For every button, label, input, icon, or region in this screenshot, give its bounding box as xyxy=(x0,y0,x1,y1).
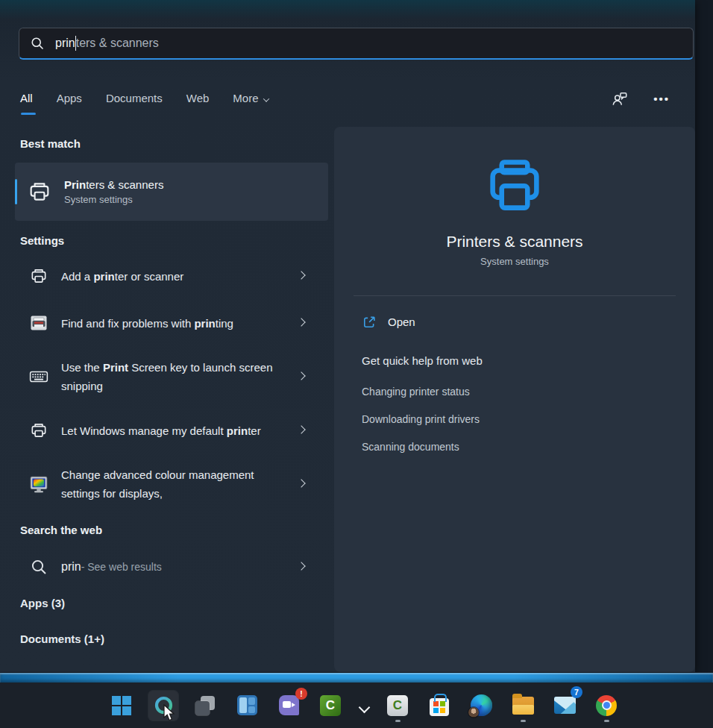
best-match-header: Best match xyxy=(20,137,81,150)
search-input[interactable]: printers & scanners xyxy=(19,28,694,60)
camtasia-button[interactable]: C xyxy=(315,691,345,721)
settings-result[interactable]: Use the Print Screen key to launch scree… xyxy=(0,354,334,400)
microsoft-store-button[interactable] xyxy=(424,691,454,721)
printer-outline-icon xyxy=(28,266,49,286)
chevron-down-icon xyxy=(358,702,370,714)
tabs-right-icons: ••• xyxy=(612,91,670,107)
file-explorer-icon xyxy=(512,697,534,715)
settings-result[interactable]: Add a printer or scanner xyxy=(0,260,334,292)
settings-result-label: Use the Print Screen key to launch scree… xyxy=(61,358,282,395)
display-color-icon xyxy=(28,474,49,495)
search-icon xyxy=(30,558,48,576)
mail-count-badge: 7 xyxy=(571,686,582,698)
settings-results-list: Add a printer or scannerFind and fix pro… xyxy=(0,260,334,515)
search-suggestion-text: ters & scanners xyxy=(76,37,159,50)
best-match-subtitle: System settings xyxy=(64,194,163,205)
preview-title: Printers & scanners xyxy=(334,233,695,251)
search-tabs: AllAppsDocumentsWebMore ••• xyxy=(20,84,670,115)
preview-subtitle: System settings xyxy=(334,256,695,267)
camtasia-icon: C xyxy=(320,695,341,716)
chevron-right-icon xyxy=(297,479,305,487)
camtasia-recorder-button[interactable]: C xyxy=(383,691,412,721)
taskbar-icons: ! C C 7 xyxy=(107,688,621,723)
chevron-right-icon xyxy=(297,318,305,326)
open-external-icon xyxy=(362,315,377,329)
chevron-right-icon xyxy=(297,371,305,380)
task-view-button[interactable] xyxy=(190,691,220,721)
chevron-right-icon xyxy=(297,425,305,433)
open-label: Open xyxy=(388,316,415,328)
quick-help-header: Get quick help from web xyxy=(362,354,695,367)
search-typed-text: prin xyxy=(55,37,75,50)
chevron-right-icon xyxy=(297,271,305,279)
running-indicator xyxy=(604,720,609,722)
settings-result[interactable]: Change advanced colour management settin… xyxy=(0,461,334,507)
printer-troubleshoot-icon xyxy=(28,313,49,333)
keyboard-icon xyxy=(28,366,49,387)
microsoft-store-icon xyxy=(430,698,449,716)
search-flyout: printers & scanners AllAppsDocumentsWebM… xyxy=(0,0,695,672)
tab-all[interactable]: All xyxy=(20,92,33,107)
quick-help-links: Changing printer statusDownloading print… xyxy=(334,386,695,453)
chat-button[interactable]: ! xyxy=(274,691,304,721)
more-options-icon[interactable]: ••• xyxy=(653,95,670,103)
web-search-result[interactable]: prin - See web results xyxy=(0,550,334,583)
file-explorer-button[interactable] xyxy=(508,691,538,721)
mouse-cursor xyxy=(163,704,176,722)
tab-more[interactable]: More xyxy=(233,92,268,107)
best-match-title: Printers & scanners xyxy=(64,178,163,191)
running-indicator xyxy=(521,720,526,722)
settings-header: Settings xyxy=(20,234,64,247)
chat-alert-badge: ! xyxy=(295,688,307,700)
windows-logo-icon xyxy=(112,696,131,715)
camtasia-recorder-icon: C xyxy=(387,695,408,716)
settings-result-label: Change advanced colour management settin… xyxy=(61,465,282,503)
chevron-down-icon xyxy=(263,95,268,101)
snip-layout-button[interactable] xyxy=(232,691,262,721)
web-query-text: prin xyxy=(61,560,81,574)
settings-result[interactable]: Find and fix problems with printing xyxy=(0,300,334,346)
edge-icon xyxy=(471,694,492,716)
start-button[interactable] xyxy=(107,691,136,721)
taskbar: ! C C 7 xyxy=(0,682,713,728)
mail-button[interactable]: 7 xyxy=(550,691,579,721)
edge-button[interactable] xyxy=(466,691,496,721)
desktop-wallpaper-stripe xyxy=(0,673,713,682)
settings-result-label: Add a printer or scanner xyxy=(61,267,183,286)
selection-accent-bar xyxy=(15,179,17,204)
chat-icon xyxy=(279,695,299,715)
feedback-account-icon[interactable] xyxy=(612,91,628,107)
tab-web[interactable]: Web xyxy=(186,92,210,107)
printer-outline-icon xyxy=(28,420,49,441)
settings-result-label: Find and fix problems with printing xyxy=(61,314,233,333)
chrome-icon xyxy=(596,695,617,716)
chevron-right-icon xyxy=(297,562,305,570)
printer-large-icon xyxy=(482,160,547,216)
web-suffix-text: - See web results xyxy=(81,561,162,573)
snip-layout-icon xyxy=(237,695,257,715)
divider xyxy=(354,295,676,296)
quick-help-link[interactable]: Changing printer status xyxy=(362,386,695,398)
quick-help-link[interactable]: Scanning documents xyxy=(362,441,695,453)
taskbar-overflow-button[interactable] xyxy=(357,693,371,723)
open-action[interactable]: Open xyxy=(362,315,695,329)
printer-icon xyxy=(27,179,52,204)
running-indicator xyxy=(395,720,401,722)
chrome-button[interactable] xyxy=(591,691,621,721)
edge-profile-avatar xyxy=(468,707,479,718)
preview-panel: Printers & scanners System settings Open… xyxy=(334,127,695,672)
apps-section-header[interactable]: Apps (3) xyxy=(20,597,65,609)
web-search-header: Search the web xyxy=(20,524,102,536)
tab-apps[interactable]: Apps xyxy=(57,92,82,107)
tab-documents[interactable]: Documents xyxy=(106,92,163,107)
mail-icon xyxy=(554,697,576,714)
task-view-icon xyxy=(195,696,215,715)
search-icon xyxy=(30,36,45,51)
settings-result[interactable]: Let Windows manage my default printer xyxy=(0,407,334,454)
quick-help-link[interactable]: Downloading print drivers xyxy=(362,413,695,425)
documents-section-header[interactable]: Documents (1+) xyxy=(20,633,104,645)
best-match-result[interactable]: Printers & scanners System settings xyxy=(15,163,328,221)
settings-result-label: Let Windows manage my default printer xyxy=(61,421,261,440)
